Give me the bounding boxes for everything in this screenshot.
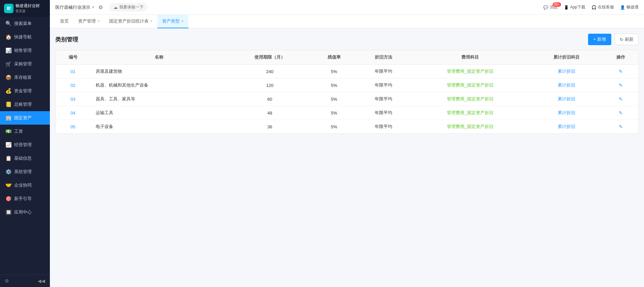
- cell-use-period-2: 60: [228, 92, 312, 106]
- col-residual-rate: 残值率: [312, 50, 356, 65]
- sales-icon: 📊: [5, 47, 11, 54]
- sidebar-item-payroll[interactable]: 💵工资: [0, 125, 50, 138]
- page-title: 类别管理: [55, 36, 78, 43]
- topbar: 医疗器械行业演示 ▾ ⚙ ☁ 我要体验一下 💬 消息 99+ 📱 App下载 🎧…: [50, 0, 644, 15]
- cell-residual-rate-0: 5%: [312, 65, 356, 78]
- sidebar-item-sales[interactable]: 📊销售管理: [0, 44, 50, 57]
- cell-accumulated-subject-3: 累计折旧: [529, 106, 604, 120]
- cell-name-2: 器具、工具、家具等: [90, 92, 228, 106]
- settings-icon[interactable]: ⚙: [5, 278, 9, 284]
- cell-expense-subject-2: 管理费用_固定资产折旧: [411, 92, 529, 106]
- fixed-assets-icon: 🏢: [5, 115, 11, 121]
- tab-home[interactable]: 首页: [55, 15, 73, 28]
- refresh-icon: ↻: [620, 37, 623, 42]
- online-service-label: 在线客服: [598, 4, 614, 10]
- logo-text: 畅捷通好业财 普及版: [16, 3, 40, 13]
- sidebar-item-quick-nav[interactable]: 🏠快捷导航: [0, 30, 50, 44]
- content-area: 类别管理 + 新增 ↻ 刷新 编号 名称 使用期限（月） 残值率 折旧方法: [50, 28, 644, 287]
- cell-code-3: 04: [56, 106, 90, 120]
- table-row: 01 房屋及建筑物 240 5% 年限平均 管理费用_固定资产折旧 累计折旧 ✎: [56, 65, 638, 78]
- category-table: 编号 名称 使用期限（月） 残值率 折旧方法 费用科目 累计折旧科目 操作 01…: [56, 50, 638, 133]
- message-badge: 99+: [553, 2, 561, 7]
- cell-use-period-3: 48: [228, 106, 312, 120]
- experience-cloud-icon: ☁: [114, 5, 118, 10]
- sidebar-label-system: 系统管理: [14, 169, 32, 175]
- service-icon: 🎧: [591, 5, 596, 10]
- sidebar-item-guide[interactable]: 🎯新手引导: [0, 192, 50, 205]
- sidebar-label-inventory: 库存核算: [14, 74, 32, 81]
- cell-name-1: 机器、机械和其他生产设备: [90, 78, 228, 92]
- sidebar-item-basic-info[interactable]: 📋基础信息: [0, 152, 50, 165]
- sidebar-item-system[interactable]: ⚙️系统管理: [0, 165, 50, 179]
- sidebar-label-basic-info: 基础信息: [14, 155, 32, 161]
- sidebar-item-ledger[interactable]: 📒总账管理: [0, 98, 50, 111]
- cell-code-2: 03: [56, 92, 90, 106]
- sidebar-label-enterprise: 企业协同: [14, 182, 32, 188]
- user-icon: 👤: [620, 5, 625, 10]
- edit-button-1[interactable]: ✎: [619, 83, 623, 88]
- search-icon: 🔍: [5, 21, 11, 27]
- sidebar-item-app-center[interactable]: 🔲应用中心: [0, 205, 50, 219]
- sidebar-label-operations: 经营管理: [14, 142, 32, 148]
- cell-name-3: 运输工具: [90, 106, 228, 120]
- module-name: 医疗器械行业演示: [55, 4, 90, 10]
- module-arrow-icon: ▾: [92, 5, 94, 9]
- experience-button[interactable]: ☁ 我要体验一下: [110, 3, 148, 11]
- module-selector[interactable]: 医疗器械行业演示 ▾: [55, 4, 94, 10]
- sidebar-item-inventory[interactable]: 📦库存核算: [0, 71, 50, 84]
- col-accumulated-subject: 累计折旧科目: [529, 50, 604, 65]
- sidebar-label-fixed-assets: 固定资产: [14, 115, 32, 121]
- topbar-settings-icon[interactable]: ⚙: [98, 4, 103, 10]
- messages-button[interactable]: 💬 消息 99+: [543, 4, 558, 10]
- edit-button-0[interactable]: ✎: [619, 69, 623, 74]
- cell-operation-3: ✎: [604, 106, 638, 120]
- payroll-icon: 💵: [5, 128, 11, 134]
- cell-residual-rate-3: 5%: [312, 106, 356, 120]
- guide-icon: 🎯: [5, 196, 11, 202]
- edit-button-4[interactable]: ✎: [619, 124, 623, 129]
- cell-residual-rate-2: 5%: [312, 92, 356, 106]
- edit-button-3[interactable]: ✎: [619, 110, 623, 116]
- refresh-label: 刷新: [625, 36, 634, 42]
- tab-asset-type-close[interactable]: ×: [181, 19, 184, 24]
- tab-asset-management[interactable]: 资产管理 ×: [73, 15, 104, 28]
- category-table-wrap: 编号 名称 使用期限（月） 残值率 折旧方法 费用科目 累计折旧科目 操作 01…: [55, 50, 639, 134]
- tab-asset-management-close[interactable]: ×: [97, 19, 100, 24]
- app-download-button[interactable]: 📱 App下载: [564, 4, 585, 10]
- page-header: 类别管理 + 新增 ↻ 刷新: [55, 34, 639, 45]
- edit-button-2[interactable]: ✎: [619, 96, 623, 102]
- cell-accumulated-subject-1: 累计折旧: [529, 78, 604, 92]
- sidebar-item-purchase[interactable]: 🛒采购管理: [0, 57, 50, 71]
- inventory-icon: 📦: [5, 74, 11, 81]
- table-row: 03 器具、工具、家具等 60 5% 年限平均 管理费用_固定资产折旧 累计折旧…: [56, 92, 638, 106]
- sidebar-label-ledger: 总账管理: [14, 101, 32, 107]
- cell-expense-subject-0: 管理费用_固定资产折旧: [411, 65, 529, 78]
- cell-use-period-4: 36: [228, 120, 312, 134]
- sidebar-item-operations[interactable]: 📈经营管理: [0, 138, 50, 152]
- main-area: 医疗器械行业演示 ▾ ⚙ ☁ 我要体验一下 💬 消息 99+ 📱 App下载 🎧…: [50, 0, 644, 287]
- sidebar-label-sales: 销售管理: [14, 47, 32, 54]
- sidebar-item-fixed-assets[interactable]: 🏢固定资产: [0, 111, 50, 125]
- sidebar-label-funds: 资金管理: [14, 88, 32, 94]
- tab-depreciation-table[interactable]: 固定资产折旧统计表 ×: [104, 15, 157, 28]
- sidebar-item-search[interactable]: 🔍搜索菜单: [0, 17, 50, 30]
- sidebar-item-funds[interactable]: 💰资金管理: [0, 84, 50, 98]
- cell-code-1: 02: [56, 78, 90, 92]
- tab-depreciation-table-label: 固定资产折旧统计表: [109, 18, 149, 24]
- tab-asset-type[interactable]: 资产类型 ×: [157, 15, 188, 28]
- cell-accumulated-subject-2: 累计折旧: [529, 92, 604, 106]
- cell-expense-subject-1: 管理费用_固定资产折旧: [411, 78, 529, 92]
- sidebar-item-enterprise[interactable]: 🤝企业协同: [0, 179, 50, 192]
- message-icon: 💬: [543, 5, 548, 10]
- tab-depreciation-close[interactable]: ×: [150, 19, 153, 24]
- tabbar: 首页 资产管理 × 固定资产折旧统计表 × 资产类型 ×: [50, 15, 644, 28]
- new-button[interactable]: + 新增: [588, 34, 611, 45]
- cell-depreciation-method-2: 年限平均: [356, 92, 410, 106]
- online-service-button[interactable]: 🎧 在线客服: [591, 4, 614, 10]
- refresh-button[interactable]: ↻ 刷新: [615, 34, 639, 45]
- basic-info-icon: 📋: [5, 155, 11, 161]
- col-expense-subject: 费用科目: [411, 50, 529, 65]
- collapse-icon[interactable]: ◀◀: [38, 278, 45, 284]
- user-button[interactable]: 👤 畅捷通: [620, 4, 639, 10]
- cell-depreciation-method-0: 年限平均: [356, 65, 410, 78]
